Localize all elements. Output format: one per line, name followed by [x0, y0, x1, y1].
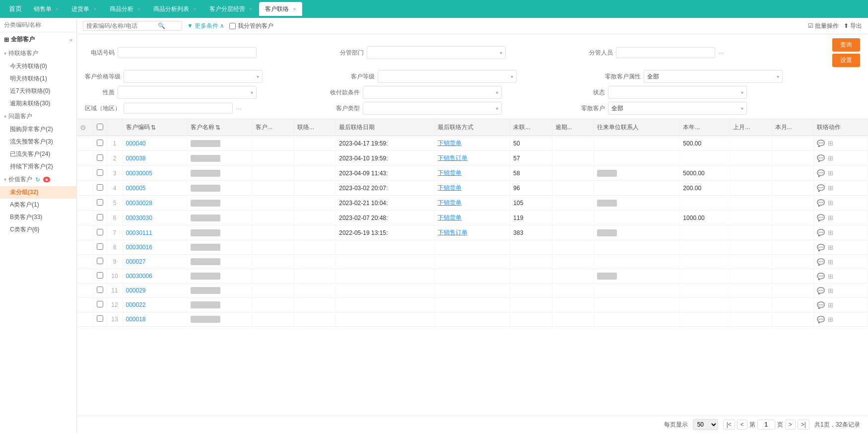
- col-overdue[interactable]: 逾期...: [552, 119, 594, 136]
- row-code[interactable]: 00030016: [123, 240, 188, 255]
- row-checkbox[interactable]: [97, 154, 103, 161]
- nav-home[interactable]: 首页: [4, 4, 27, 13]
- grid-action-icon[interactable]: ⊞: [828, 316, 833, 323]
- row-checkbox[interactable]: [97, 258, 103, 264]
- close-analysis-tab[interactable]: ×: [137, 6, 140, 12]
- grid-action-icon[interactable]: ⊞: [828, 273, 833, 280]
- row-checkbox[interactable]: [97, 315, 103, 322]
- message-icon[interactable]: 💬: [817, 169, 825, 177]
- col-last-month[interactable]: 上月...: [730, 119, 772, 136]
- region-dots[interactable]: ···: [236, 104, 242, 112]
- row-checkbox[interactable]: [97, 287, 103, 293]
- filter-search-input[interactable]: [86, 22, 156, 29]
- sidebar-item-today-pending[interactable]: 今天待联络(0): [0, 60, 76, 72]
- col-this-month[interactable]: 本月...: [772, 119, 813, 136]
- nav-tab-customer-contact[interactable]: 客户联络 ×: [259, 2, 302, 16]
- message-icon[interactable]: 💬: [817, 287, 825, 294]
- filter-scatter-customer-select[interactable]: 全部 ▾: [608, 102, 747, 115]
- method-link[interactable]: 下销售订单: [438, 154, 467, 161]
- row-code[interactable]: 00030028: [123, 196, 188, 211]
- row-code[interactable]: 00030006: [123, 269, 188, 284]
- sidebar-item-7day-pending[interactable]: 近7天待联络(0): [0, 85, 76, 97]
- sidebar-item-c-class[interactable]: C类客户(6): [0, 223, 76, 236]
- row-checkbox[interactable]: [97, 243, 103, 250]
- sidebar-item-a-class[interactable]: A类客户(1): [0, 199, 76, 211]
- nav-tab-analysis-list[interactable]: 商品分析列表 ×: [147, 2, 202, 16]
- method-link[interactable]: 下销售订单: [438, 229, 467, 236]
- row-checkbox[interactable]: [97, 272, 103, 279]
- col-type[interactable]: 客户...: [252, 119, 294, 136]
- filter-customer-type-select[interactable]: ▾: [363, 102, 502, 115]
- row-checkbox[interactable]: [97, 169, 103, 176]
- message-icon[interactable]: 💬: [817, 140, 825, 147]
- sidebar-all-customers[interactable]: ⊞ 全部客户 «: [0, 32, 76, 47]
- grid-action-icon[interactable]: ⊞: [828, 169, 833, 177]
- grid-action-icon[interactable]: ⊞: [828, 301, 833, 309]
- col-gear[interactable]: ⚙: [77, 119, 93, 136]
- my-customers-check[interactable]: [229, 23, 236, 29]
- message-icon[interactable]: 💬: [817, 258, 825, 266]
- col-unit-contacts[interactable]: 往来单位联系人: [594, 119, 680, 136]
- message-icon[interactable]: 💬: [817, 273, 825, 280]
- filter-phone-input[interactable]: [118, 47, 257, 58]
- grid-action-icon[interactable]: ⊞: [828, 154, 833, 162]
- sidebar-item-declining[interactable]: 持续下滑客户(2): [0, 160, 76, 173]
- row-checkbox[interactable]: [97, 301, 103, 307]
- grid-action-icon[interactable]: ⊞: [828, 287, 833, 294]
- nav-tab-customer-seg[interactable]: 客户分层经营 ×: [203, 2, 258, 16]
- query-button[interactable]: 查询: [832, 38, 860, 52]
- sidebar-search-input[interactable]: [4, 21, 77, 28]
- message-icon[interactable]: 💬: [817, 184, 825, 192]
- close-purchase-tab[interactable]: ×: [93, 6, 96, 12]
- sidebar-item-overdue-pending[interactable]: 逾期未联络(30): [0, 97, 76, 110]
- filter-status-select[interactable]: ▾: [608, 86, 747, 99]
- nav-tab-purchase[interactable]: 进货单 ×: [66, 2, 102, 16]
- close-sales-tab[interactable]: ×: [56, 6, 59, 12]
- row-code[interactable]: 000029: [123, 284, 188, 298]
- grid-action-icon[interactable]: ⊞: [828, 199, 833, 207]
- nav-tab-analysis[interactable]: 商品分析 ×: [104, 2, 146, 16]
- message-icon[interactable]: 💬: [817, 301, 825, 309]
- method-link[interactable]: 下销货单: [438, 169, 462, 176]
- row-code[interactable]: 00030005: [123, 166, 188, 181]
- close-customer-seg-tab[interactable]: ×: [249, 6, 252, 12]
- message-icon[interactable]: 💬: [817, 229, 825, 236]
- message-icon[interactable]: 💬: [817, 154, 825, 162]
- filter-scatter-attr-select[interactable]: 全部 ▾: [644, 70, 783, 83]
- row-checkbox[interactable]: [97, 140, 103, 146]
- sidebar-item-lost[interactable]: 已流失客户(24): [0, 148, 76, 160]
- col-last-method[interactable]: 最后联络方式: [435, 119, 510, 136]
- row-code[interactable]: 000040: [123, 136, 188, 151]
- row-code[interactable]: 000018: [123, 312, 188, 327]
- filter-customer-level-select[interactable]: ▾: [378, 70, 517, 83]
- filter-dept-select[interactable]: ▾: [367, 46, 506, 59]
- last-page-btn[interactable]: >|: [798, 420, 809, 430]
- sidebar-group-pending[interactable]: ▾ 待联络客户: [0, 47, 76, 60]
- col-no-contact[interactable]: 未联...: [510, 119, 552, 136]
- reset-button[interactable]: 设置: [832, 54, 860, 67]
- row-checkbox[interactable]: [97, 199, 103, 206]
- per-page-select[interactable]: 50 100 200: [693, 419, 718, 430]
- row-code[interactable]: 000027: [123, 255, 188, 269]
- sidebar-group-value[interactable]: ▾ 价值客户 ↻ ●: [0, 173, 76, 186]
- filter-payment-select[interactable]: ▾: [363, 86, 502, 99]
- filter-more-conditions[interactable]: ▼ 更多条件 ∧: [187, 22, 224, 30]
- filter-price-level-select[interactable]: ▾: [124, 70, 263, 83]
- sidebar-group-problem[interactable]: ▾ 问题客户: [0, 110, 76, 123]
- sidebar-item-abnormal[interactable]: 囤购异常客户(2): [0, 123, 76, 136]
- grid-action-icon[interactable]: ⊞: [828, 140, 833, 147]
- col-last-date[interactable]: 最后联络日期: [336, 119, 435, 136]
- row-checkbox[interactable]: [97, 184, 103, 191]
- row-code[interactable]: 00030111: [123, 225, 188, 240]
- method-link[interactable]: 下销货单: [438, 214, 462, 221]
- row-code[interactable]: 00030030: [123, 211, 188, 225]
- prev-page-btn[interactable]: <: [737, 420, 747, 430]
- close-analysis-list-tab[interactable]: ×: [193, 6, 196, 12]
- col-this-year[interactable]: 本年...: [680, 119, 730, 136]
- col-name[interactable]: 客户名称 ⇅: [188, 119, 253, 136]
- row-checkbox[interactable]: [97, 214, 103, 220]
- row-code[interactable]: 000022: [123, 298, 188, 312]
- method-link[interactable]: 下销货单: [438, 140, 462, 146]
- batch-operation-link[interactable]: ☑ 批量操作: [808, 22, 839, 30]
- settings-icon[interactable]: ⚙: [80, 124, 86, 132]
